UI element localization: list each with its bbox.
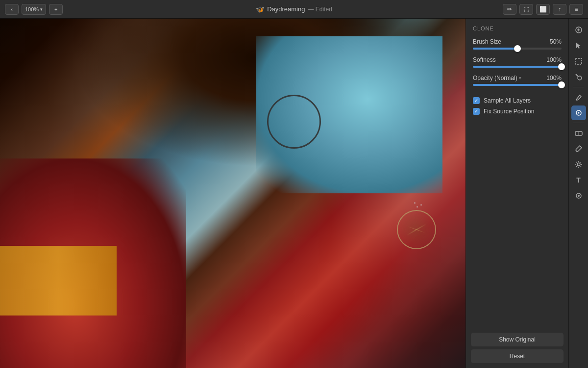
opacity-dropdown[interactable]: Opacity (Normal) ▾ xyxy=(473,75,521,81)
svg-point-12 xyxy=(576,151,577,152)
adjust-settings-icon xyxy=(575,192,583,200)
healing-brush-tool[interactable] xyxy=(571,23,586,37)
svg-line-21 xyxy=(576,166,577,167)
healing-brush-icon xyxy=(575,26,583,34)
svg-line-6 xyxy=(576,74,578,77)
opacity-fill xyxy=(473,84,562,86)
reset-label: Reset xyxy=(510,353,525,360)
sun-icon xyxy=(575,160,583,168)
add-button[interactable]: + xyxy=(49,4,63,15)
fix-source-position-checkbox[interactable]: ✓ xyxy=(473,108,480,115)
eraser-icon xyxy=(575,129,583,137)
opacity-label: Opacity (Normal) xyxy=(473,75,517,81)
zoom-selector[interactable]: 100% ▾ xyxy=(22,4,46,15)
zoom-label: 100% xyxy=(25,6,39,12)
reset-button[interactable]: Reset xyxy=(471,349,564,363)
softness-label: Softness xyxy=(473,56,496,63)
magic-wand-tool[interactable] xyxy=(571,70,586,84)
titlebar-right: ✏ ⬚ ⬜ ↑ ≡ xyxy=(498,4,588,15)
pen-icon-button[interactable]: ✏ xyxy=(503,4,516,15)
share-icon-button[interactable]: ↑ xyxy=(553,4,566,15)
clone-stamp-icon xyxy=(575,109,583,117)
tool-separator-1 xyxy=(573,87,584,87)
sample-all-layers-checkbox[interactable]: ✓ xyxy=(473,97,480,104)
panel-bottom: Show Original Reset xyxy=(466,329,568,368)
softness-fill xyxy=(473,66,562,68)
checkmark-icon: ✓ xyxy=(474,98,478,103)
main: CLONE Brush Size 50% Softness 100% xyxy=(0,19,588,368)
menu-icon: ≡ xyxy=(574,6,578,13)
back-icon: ‹ xyxy=(11,6,13,12)
softness-row: Softness 100% xyxy=(473,56,562,68)
select-tool[interactable] xyxy=(571,38,586,53)
magic-wand-icon xyxy=(575,73,583,81)
brush-size-fill xyxy=(473,48,517,50)
crop-icon-button[interactable]: ⬚ xyxy=(519,4,533,15)
opacity-value: 100% xyxy=(546,75,562,81)
fix-source-position-row: ✓ Fix Source Position xyxy=(473,108,562,115)
pen-draw-tool[interactable] xyxy=(571,90,586,105)
tool-separator-2 xyxy=(573,123,584,123)
svg-point-5 xyxy=(578,76,582,80)
softness-track[interactable] xyxy=(473,66,562,68)
brush-size-row: Brush Size 50% xyxy=(473,38,562,50)
photo-overlay xyxy=(0,19,466,368)
brush-size-thumb[interactable] xyxy=(514,45,521,52)
show-original-label: Show Original xyxy=(499,336,536,343)
svg-line-18 xyxy=(576,162,577,163)
brush-dot-2 xyxy=(420,204,422,206)
title-emoji: 🦋 xyxy=(256,5,264,13)
clone-stamp-tool[interactable] xyxy=(571,105,586,120)
document-title: Daydreaming xyxy=(267,5,305,13)
brush-dot-1 xyxy=(416,206,418,208)
menu-icon-button[interactable]: ≡ xyxy=(569,4,583,15)
panel-divider-1 xyxy=(473,93,562,93)
svg-point-23 xyxy=(578,195,580,197)
titlebar-left: ‹ 100% ▾ + xyxy=(0,4,68,15)
pen-draw-icon xyxy=(575,93,583,101)
brush-size-label: Brush Size xyxy=(473,38,501,45)
dotted-rect-tool[interactable] xyxy=(571,54,586,69)
softness-value: 100% xyxy=(546,56,562,63)
svg-line-20 xyxy=(580,162,581,163)
select-icon xyxy=(575,42,583,50)
svg-rect-10 xyxy=(575,131,582,135)
brush-paint-icon xyxy=(575,145,583,153)
dotted-rect-icon xyxy=(575,57,583,65)
brush-size-value: 50% xyxy=(550,38,562,45)
svg-line-19 xyxy=(580,166,581,167)
tools-sidebar: T xyxy=(568,19,588,368)
svg-point-9 xyxy=(578,112,579,114)
svg-marker-3 xyxy=(576,43,581,49)
text-tool-icon: T xyxy=(576,176,581,184)
back-button[interactable]: ‹ xyxy=(5,4,19,15)
canvas-area[interactable] xyxy=(0,19,466,368)
clone-section-title: CLONE xyxy=(473,26,562,31)
titlebar-center: 🦋 Daydreaming — Edited xyxy=(256,5,332,13)
export-icon-button[interactable]: ⬜ xyxy=(536,4,550,15)
show-original-button[interactable]: Show Original xyxy=(471,333,564,346)
brush-size-track[interactable] xyxy=(473,48,562,50)
opacity-label-row: Opacity (Normal) ▾ 100% xyxy=(473,75,562,81)
sample-all-layers-row: ✓ Sample All Layers xyxy=(473,97,562,104)
pen-icon: ✏ xyxy=(507,6,512,13)
softness-thumb[interactable] xyxy=(558,63,565,70)
svg-point-13 xyxy=(577,163,580,166)
text-tool[interactable]: T xyxy=(571,173,586,187)
checkmark-icon-2: ✓ xyxy=(474,109,478,114)
softness-label-row: Softness 100% xyxy=(473,56,562,63)
crop-icon: ⬚ xyxy=(524,6,529,13)
adjust-settings-tool[interactable] xyxy=(571,188,586,203)
opacity-thumb[interactable] xyxy=(558,81,565,88)
sun-adjust-tool[interactable] xyxy=(571,157,586,172)
brush-paint-tool[interactable] xyxy=(571,141,586,156)
brush-dot-3 xyxy=(414,202,416,204)
right-panel: CLONE Brush Size 50% Softness 100% xyxy=(466,19,568,368)
eraser-tool[interactable] xyxy=(571,126,586,140)
sample-all-layers-label: Sample All Layers xyxy=(484,97,531,104)
add-icon: + xyxy=(54,6,57,12)
opacity-track[interactable] xyxy=(473,84,562,86)
opacity-row: Opacity (Normal) ▾ 100% xyxy=(473,75,562,86)
brush-size-label-row: Brush Size 50% xyxy=(473,38,562,45)
export-icon: ⬜ xyxy=(539,6,547,13)
